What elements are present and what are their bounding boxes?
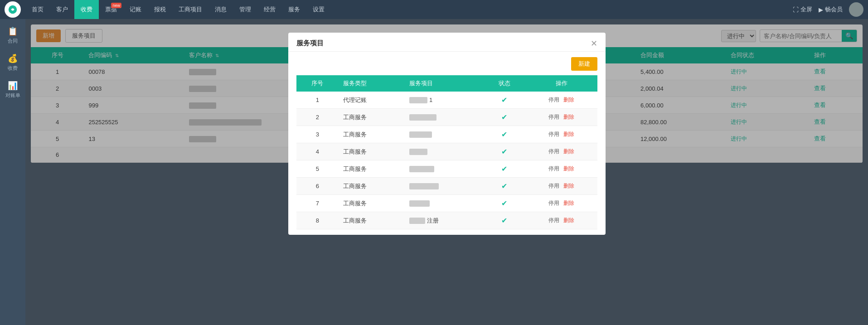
stop-button[interactable]: 停用 bbox=[548, 200, 559, 206]
main-layout: 📋 合同 💰 收费 📊 对账单 新增 服务项目 进行中已完成已终止 🔍 bbox=[0, 19, 868, 325]
fullscreen-icon: ⛶ bbox=[793, 6, 799, 13]
status-check-icon: ✔ bbox=[501, 96, 507, 104]
blurred-item bbox=[409, 218, 425, 224]
modal-col-action: 操作 bbox=[526, 75, 597, 92]
modal-header: 服务项目 ✕ bbox=[288, 33, 606, 52]
service-items-table: 序号 服务类型 服务项目 状态 操作 1 代理记账 bbox=[296, 75, 597, 229]
nav-items: 首页 客户 收费 票据 new 记账 报税 工商项目 消息 管理 经营 服务 设… bbox=[25, 0, 331, 19]
status-check-icon: ✔ bbox=[501, 199, 507, 207]
modal-col-status: 状态 bbox=[483, 75, 526, 92]
modal-table-body: 1 代理记账 1 ✔ 停用 删除 2 bbox=[296, 92, 597, 229]
stop-button[interactable]: 停用 bbox=[548, 148, 559, 155]
modal-table-row: 1 代理记账 1 ✔ 停用 删除 bbox=[296, 92, 597, 109]
blurred-item bbox=[409, 97, 427, 103]
modal-table-header: 序号 服务类型 服务项目 状态 操作 bbox=[296, 75, 597, 92]
blurred-item bbox=[409, 166, 434, 172]
stop-button[interactable]: 停用 bbox=[548, 131, 559, 137]
stop-button[interactable]: 停用 bbox=[548, 183, 559, 189]
modal-toolbar: 新建 bbox=[296, 57, 597, 71]
modal-table-row: 8 工商服务 注册 ✔ 停用 删除 bbox=[296, 212, 597, 229]
nav-customer[interactable]: 客户 bbox=[50, 0, 74, 19]
app-logo[interactable] bbox=[5, 1, 21, 18]
stop-button[interactable]: 停用 bbox=[548, 114, 559, 120]
member-button[interactable]: ▶ 畅会员 bbox=[819, 5, 843, 14]
delete-button[interactable]: 删除 bbox=[563, 183, 574, 189]
sidebar-item-collection[interactable]: 💰 收费 bbox=[1, 50, 24, 75]
nav-message[interactable]: 消息 bbox=[209, 0, 233, 19]
modal-table-row: 3 工商服务 ✔ 停用 删除 bbox=[296, 126, 597, 143]
delete-button[interactable]: 删除 bbox=[563, 217, 574, 223]
sidebar: 📋 合同 💰 收费 📊 对账单 bbox=[0, 19, 25, 325]
modal-table-row: 5 工商服务 ✔ 停用 删除 bbox=[296, 160, 597, 178]
content-area: 新增 服务项目 进行中已完成已终止 🔍 序号 合同编码 ⇅ 客户名称 ⇅ bbox=[25, 19, 868, 325]
member-icon: ▶ bbox=[819, 6, 823, 13]
avatar[interactable] bbox=[849, 2, 863, 17]
nav-manage[interactable]: 管理 bbox=[233, 0, 257, 19]
nav-account[interactable]: 记账 bbox=[123, 0, 148, 19]
service-modal: 服务项目 ✕ 新建 序号 服务类型 服务项目 状态 bbox=[288, 33, 606, 235]
nav-service[interactable]: 服务 bbox=[282, 0, 306, 19]
nav-home[interactable]: 首页 bbox=[25, 0, 50, 19]
delete-button[interactable]: 删除 bbox=[563, 131, 574, 137]
sidebar-item-contract[interactable]: 📋 合同 bbox=[1, 23, 24, 48]
modal-close-button[interactable]: ✕ bbox=[591, 39, 597, 48]
blurred-item bbox=[409, 114, 436, 121]
modal-col-no: 序号 bbox=[296, 75, 339, 92]
delete-button[interactable]: 删除 bbox=[563, 165, 574, 172]
top-nav: 首页 客户 收费 票据 new 记账 报税 工商项目 消息 管理 经营 服务 设… bbox=[0, 0, 868, 19]
top-nav-right: ⛶ 全屏 ▶ 畅会员 bbox=[793, 2, 863, 17]
stop-button[interactable]: 停用 bbox=[548, 97, 559, 103]
modal-col-item: 服务项目 bbox=[405, 75, 483, 92]
delete-button[interactable]: 删除 bbox=[563, 148, 574, 155]
modal-table-row: 7 工商服务 ✔ 停用 删除 bbox=[296, 195, 597, 212]
status-check-icon: ✔ bbox=[501, 113, 507, 121]
sidebar-item-reconcile[interactable]: 📊 对账单 bbox=[1, 77, 24, 102]
nav-collection[interactable]: 收费 bbox=[74, 0, 99, 19]
modal-table-row: 6 工商服务 ✔ 停用 删除 bbox=[296, 178, 597, 195]
blurred-item bbox=[409, 183, 439, 189]
status-check-icon: ✔ bbox=[501, 148, 507, 155]
blurred-item bbox=[409, 149, 427, 155]
status-check-icon: ✔ bbox=[501, 131, 507, 138]
collection-icon: 💰 bbox=[8, 53, 18, 63]
delete-button[interactable]: 删除 bbox=[563, 97, 574, 103]
blurred-item bbox=[409, 200, 430, 207]
fullscreen-button[interactable]: ⛶ 全屏 bbox=[793, 5, 812, 14]
status-check-icon: ✔ bbox=[501, 182, 507, 190]
blurred-item bbox=[409, 131, 432, 138]
modal-table-row: 2 工商服务 ✔ 停用 删除 bbox=[296, 109, 597, 126]
nav-settings[interactable]: 设置 bbox=[306, 0, 331, 19]
contract-icon: 📋 bbox=[8, 26, 18, 36]
delete-button[interactable]: 删除 bbox=[563, 114, 574, 120]
stop-button[interactable]: 停用 bbox=[548, 165, 559, 172]
modal-col-type: 服务类型 bbox=[339, 75, 405, 92]
nav-bizproject[interactable]: 工商项目 bbox=[172, 0, 209, 19]
status-check-icon: ✔ bbox=[501, 217, 507, 224]
stop-button[interactable]: 停用 bbox=[548, 217, 559, 223]
nav-invoice[interactable]: 票据 new bbox=[99, 0, 123, 19]
nav-tax[interactable]: 报税 bbox=[148, 0, 172, 19]
modal-new-button[interactable]: 新建 bbox=[571, 57, 597, 71]
status-check-icon: ✔ bbox=[501, 165, 507, 173]
modal-overlay: 服务项目 ✕ 新建 序号 服务类型 服务项目 状态 bbox=[25, 19, 868, 325]
reconcile-icon: 📊 bbox=[8, 81, 18, 91]
modal-table-row: 4 工商服务 ✔ 停用 删除 bbox=[296, 143, 597, 160]
delete-button[interactable]: 删除 bbox=[563, 200, 574, 206]
modal-body: 新建 序号 服务类型 服务项目 状态 操作 bbox=[288, 52, 606, 235]
new-badge: new bbox=[111, 3, 121, 8]
nav-finance[interactable]: 经营 bbox=[257, 0, 282, 19]
modal-title: 服务项目 bbox=[296, 39, 324, 48]
